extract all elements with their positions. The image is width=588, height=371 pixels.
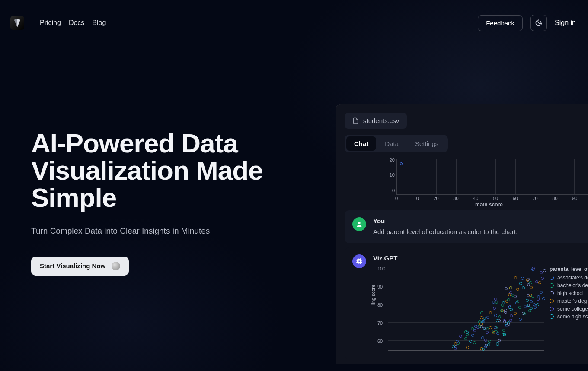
nav: Pricing Docs Blog [40,19,106,27]
file-chip[interactable]: students.csv [345,113,407,129]
mini-xtick: 90 [572,196,577,201]
data-point [473,341,476,344]
data-point [471,334,474,337]
legend-title: parental level of [550,266,588,272]
mini-xtick: 20 [433,196,438,201]
mini-xtick: 60 [513,196,518,201]
svg-rect-3 [358,260,361,263]
data-point [480,311,483,314]
svg-point-2 [358,222,360,224]
data-point [495,326,498,329]
data-point [484,345,487,348]
legend-row: associate's de [550,275,588,281]
scatter-chart: ling score 100 90 80 70 60 [373,266,546,352]
mini-xtick: 80 [552,196,557,201]
data-point [483,317,486,320]
data-point [459,335,462,338]
demo-panel: students.csv Chat Data Settings 20 10 0 … [336,104,588,364]
legend-label: high school [557,290,584,296]
scatter-ytick: 60 [377,339,383,344]
legend-row: some college [550,306,588,312]
legend-row: some high sc [550,314,588,320]
data-point [527,278,530,281]
data-point [492,301,495,304]
data-point [510,308,513,311]
data-point [531,268,534,271]
data-point [492,331,495,334]
data-point [538,281,541,284]
cta-label: Start Visualizing Now [40,262,105,270]
legend-label: associate's de [557,275,588,281]
data-point [488,340,491,343]
hero-subtitle: Turn Complex Data into Clear Insights in… [31,226,299,236]
mini-xtick: 0 [395,196,398,201]
data-point [522,312,525,315]
data-point [482,348,485,351]
data-point [531,295,534,298]
mini-xlabel: math score [475,202,503,208]
data-point [486,316,489,319]
data-point [498,315,501,318]
legend-label: some college [557,306,588,312]
data-point [487,343,490,346]
start-visualizing-button[interactable]: Start Visualizing Now [31,257,129,276]
bot-message: Viz.GPT ling score 100 90 80 70 60 [345,247,588,359]
data-point [541,277,544,280]
data-point [503,320,506,323]
data-point [502,329,505,332]
scatter-ytick: 100 [377,266,385,271]
mini-xtick: 50 [493,196,498,201]
nav-blog[interactable]: Blog [92,19,106,27]
data-point [536,303,539,306]
data-point [516,288,519,291]
bot-avatar [352,254,366,268]
tab-settings[interactable]: Settings [407,136,446,151]
nav-pricing[interactable]: Pricing [40,19,61,27]
tab-chat[interactable]: Chat [346,136,376,151]
data-point [510,314,513,317]
header: Pricing Docs Blog Feedback Sign in [0,0,588,35]
tab-data[interactable]: Data [377,136,406,151]
data-point [516,300,519,303]
data-point [489,311,492,314]
scatter-ylabel: ling score [371,285,376,305]
logo[interactable] [10,16,24,30]
data-point [543,269,546,272]
legend-swatch [550,291,554,295]
nav-docs[interactable]: Docs [69,19,84,27]
legend-label: bachelor's de [557,282,588,289]
user-message: You Add parent level of education as col… [345,210,588,243]
data-point [483,327,486,330]
svg-point-0 [540,21,540,22]
data-point [542,297,545,300]
data-point [527,304,530,307]
file-icon [352,117,359,124]
feedback-button[interactable]: Feedback [478,15,523,31]
user-name: You [373,217,587,225]
data-point [496,342,499,346]
sign-in-link[interactable]: Sign in [555,19,576,27]
mini-ytick: 10 [383,172,395,178]
legend-row: master's deg [550,298,588,304]
data-point [493,307,496,310]
svg-point-1 [541,22,541,22]
hero: AI-Powered Data Visualization Made Simpl… [31,130,299,276]
data-point [533,303,536,306]
theme-toggle-button[interactable] [530,15,547,31]
data-point [540,291,543,294]
legend-swatch [550,307,554,311]
tabs: Chat Data Settings [345,135,448,152]
legend-swatch [550,299,554,303]
mini-grid [396,159,588,195]
user-text: Add parent level of education as color t… [373,227,587,236]
data-point [508,293,511,296]
data-point [514,276,517,279]
mini-xtick: 10 [414,196,419,201]
scatter-grid [388,268,544,351]
data-point [494,314,497,317]
data-point [400,162,403,165]
data-point [509,319,512,322]
data-point [495,301,498,304]
data-point [518,306,521,309]
mini-xtick: 70 [532,196,537,201]
